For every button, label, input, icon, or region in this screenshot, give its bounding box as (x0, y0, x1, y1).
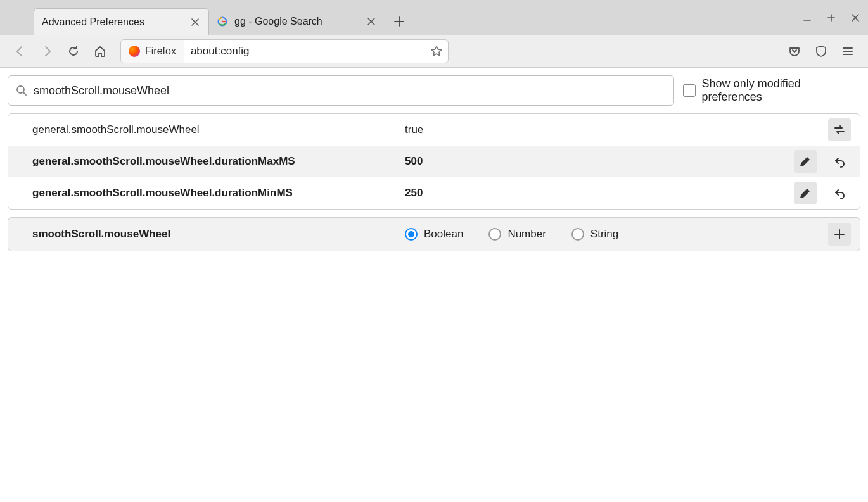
search-input[interactable] (34, 84, 666, 97)
pref-table: general.smoothScroll.mouseWheel true gen… (8, 113, 860, 210)
window-controls (800, 0, 863, 35)
close-tab-icon[interactable] (189, 16, 201, 28)
pref-value: true (405, 123, 828, 136)
tab-title: Advanced Preferences (42, 16, 189, 28)
toggle-icon (833, 123, 846, 136)
new-pref-name: smoothScroll.mouseWheel (32, 228, 405, 241)
pencil-icon (800, 156, 811, 167)
url-bar[interactable]: Firefox (120, 39, 449, 63)
new-pref-row: smoothScroll.mouseWheel Boolean Number S… (8, 217, 860, 251)
edit-button[interactable] (794, 182, 817, 204)
search-row: Show only modified preferences (8, 75, 860, 106)
ublock-button[interactable] (810, 40, 833, 63)
checkbox-label: Show only modified preferences (702, 77, 860, 104)
edit-button[interactable] (794, 150, 817, 173)
pref-value: 250 (405, 187, 794, 199)
home-button[interactable] (89, 40, 112, 63)
radio-dot (488, 228, 501, 241)
plus-icon (834, 229, 845, 240)
svg-point-1 (17, 86, 24, 93)
identity-label: Firefox (145, 46, 176, 57)
nav-toolbar: Firefox (0, 35, 868, 68)
app-menu-button[interactable] (836, 40, 859, 63)
titlebar: Advanced Preferences gg - Google Search (0, 0, 868, 35)
reset-button[interactable] (828, 150, 851, 173)
pref-row[interactable]: general.smoothScroll.mouseWheel.duration… (8, 177, 860, 209)
about-config-page: Show only modified preferences general.s… (0, 68, 868, 259)
tab-advanced-preferences[interactable]: Advanced Preferences (34, 8, 209, 35)
window-minimize-button[interactable] (800, 10, 815, 25)
undo-icon (833, 155, 846, 168)
type-radio-group: Boolean Number String (405, 228, 828, 241)
window-close-button[interactable] (848, 10, 863, 25)
pocket-button[interactable] (783, 40, 806, 63)
tab-title: gg - Google Search (234, 16, 366, 27)
tab-strip: Advanced Preferences gg - Google Search (0, 0, 410, 35)
radio-dot (405, 228, 418, 241)
back-button[interactable] (9, 40, 32, 63)
address-input[interactable] (184, 45, 425, 58)
reload-button[interactable] (62, 40, 85, 63)
show-only-modified-checkbox[interactable]: Show only modified preferences (683, 77, 860, 104)
new-tab-button[interactable] (388, 11, 410, 32)
firefox-icon (129, 46, 140, 57)
forward-button[interactable] (35, 40, 58, 63)
window-maximize-button[interactable] (824, 10, 839, 25)
search-box[interactable] (8, 75, 674, 106)
pref-value: 500 (405, 155, 794, 168)
radio-label: Number (507, 228, 546, 241)
tab-google-search[interactable]: gg - Google Search (209, 8, 385, 35)
toggle-button[interactable] (828, 118, 851, 141)
type-radio-string[interactable]: String (571, 228, 618, 241)
checkbox-box (683, 84, 696, 97)
pref-name: general.smoothScroll.mouseWheel (32, 123, 405, 136)
radio-label: String (590, 228, 618, 241)
pref-name: general.smoothScroll.mouseWheel.duration… (32, 155, 405, 168)
radio-dot (571, 228, 584, 241)
search-icon (16, 85, 27, 96)
identity-box[interactable]: Firefox (121, 40, 184, 63)
bookmark-star-icon[interactable] (425, 40, 448, 63)
google-favicon-icon (217, 16, 228, 27)
type-radio-boolean[interactable]: Boolean (405, 228, 463, 241)
pref-name: general.smoothScroll.mouseWheel.duration… (32, 187, 405, 199)
pref-row[interactable]: general.smoothScroll.mouseWheel.duration… (8, 146, 860, 177)
add-pref-button[interactable] (828, 223, 851, 246)
type-radio-number[interactable]: Number (488, 228, 546, 241)
radio-label: Boolean (424, 228, 463, 241)
close-tab-icon[interactable] (366, 16, 377, 27)
undo-icon (833, 187, 846, 199)
reset-button[interactable] (828, 182, 851, 204)
pref-row[interactable]: general.smoothScroll.mouseWheel true (8, 114, 860, 146)
pencil-icon (800, 187, 811, 199)
